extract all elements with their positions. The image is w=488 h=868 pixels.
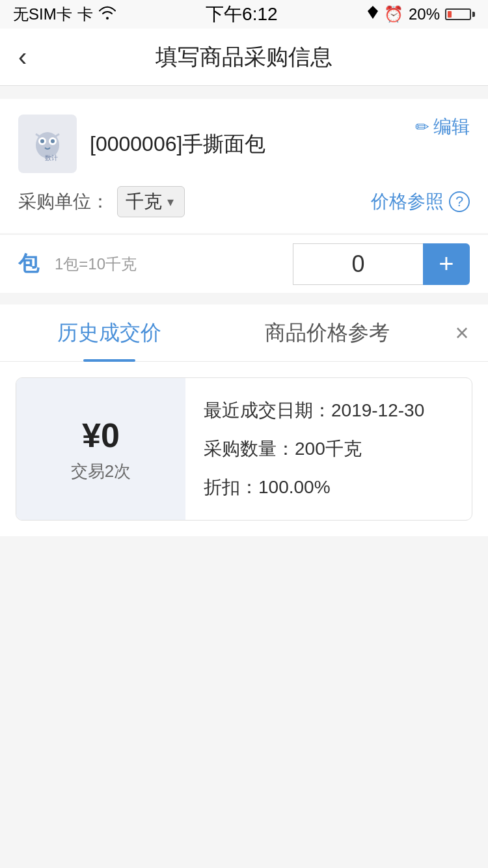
alarm-icon: ⏰: [384, 5, 403, 23]
unit-label: 采购单位： 千克 ▾: [18, 186, 185, 217]
location-icon: [367, 5, 379, 23]
svg-point-3: [40, 139, 44, 143]
status-right: ⏰ 20%: [367, 5, 475, 23]
page-title: 填写商品采购信息: [156, 42, 332, 72]
quantity-label: 包 1包=10千克: [18, 250, 137, 278]
nav-bar: ‹ 填写商品采购信息: [0, 29, 488, 86]
quantity-section: 包 1包=10千克 +: [0, 234, 488, 293]
status-left: 无SIM卡 卡: [13, 4, 116, 25]
battery-percent: 20%: [409, 5, 440, 23]
help-icon: ?: [449, 191, 470, 212]
quantity-equiv: 1包=10千克: [55, 254, 137, 275]
product-card: 数计 [0000006]手撕面包 ✏ 编辑 采购单位： 千克 ▾ 价格参照 ?: [0, 99, 488, 233]
chevron-down-icon: ▾: [167, 194, 174, 210]
battery-icon: [445, 8, 475, 20]
status-time: 下午6:12: [206, 2, 278, 27]
svg-text:数计: 数计: [45, 154, 58, 161]
svg-point-4: [51, 139, 55, 143]
tabs-section: 历史成交价 商品价格参考 × ¥0 交易2次 最近成交日期：2019-12-30…: [0, 305, 488, 536]
history-discount: 折扣：100.00%: [204, 473, 454, 502]
quantity-plus-button[interactable]: +: [423, 243, 470, 285]
edit-icon: ✏: [415, 117, 429, 137]
product-left: 数计 [0000006]手撕面包: [18, 115, 265, 173]
edit-button[interactable]: ✏ 编辑: [415, 115, 470, 139]
sim-icon: 卡: [77, 4, 93, 25]
back-button[interactable]: ‹: [18, 42, 27, 72]
tab-product-price-reference[interactable]: 商品价格参考: [218, 305, 436, 362]
history-trades-count: 交易2次: [71, 460, 131, 483]
tabs-close-button[interactable]: ×: [436, 305, 488, 362]
product-name: [0000006]手撕面包: [90, 129, 265, 159]
quantity-unit: 包: [18, 250, 39, 278]
history-quantity: 采购数量：200千克: [204, 435, 454, 464]
wifi-icon: [98, 5, 116, 23]
history-card-wrap: ¥0 交易2次 最近成交日期：2019-12-30 采购数量：200千克 折扣：…: [0, 362, 488, 536]
main-content-background: [0, 536, 488, 868]
product-thumbnail: 数计: [18, 115, 77, 173]
tabs-header: 历史成交价 商品价格参考 ×: [0, 305, 488, 362]
carrier-text: 无SIM卡: [13, 4, 72, 25]
status-bar: 无SIM卡 卡 下午6:12 ⏰ 20%: [0, 0, 488, 29]
price-reference-button[interactable]: 价格参照 ?: [371, 189, 470, 214]
unit-select[interactable]: 千克 ▾: [117, 186, 185, 217]
tab-active-indicator: [83, 359, 135, 362]
product-header: 数计 [0000006]手撕面包 ✏ 编辑: [18, 115, 470, 173]
tab-history-price[interactable]: 历史成交价: [0, 305, 218, 362]
history-details-panel: 最近成交日期：2019-12-30 采购数量：200千克 折扣：100.00%: [185, 378, 472, 520]
currency-symbol: ¥: [82, 416, 101, 454]
quantity-input[interactable]: [293, 243, 423, 285]
history-price-panel: ¥0 交易2次: [16, 378, 185, 520]
history-card: ¥0 交易2次 最近成交日期：2019-12-30 采购数量：200千克 折扣：…: [16, 377, 472, 521]
quantity-input-area: +: [293, 243, 470, 285]
history-recent-date: 最近成交日期：2019-12-30: [204, 396, 454, 426]
history-price-value: ¥0: [82, 416, 120, 455]
product-unit-row: 采购单位： 千克 ▾ 价格参照 ?: [18, 186, 470, 217]
